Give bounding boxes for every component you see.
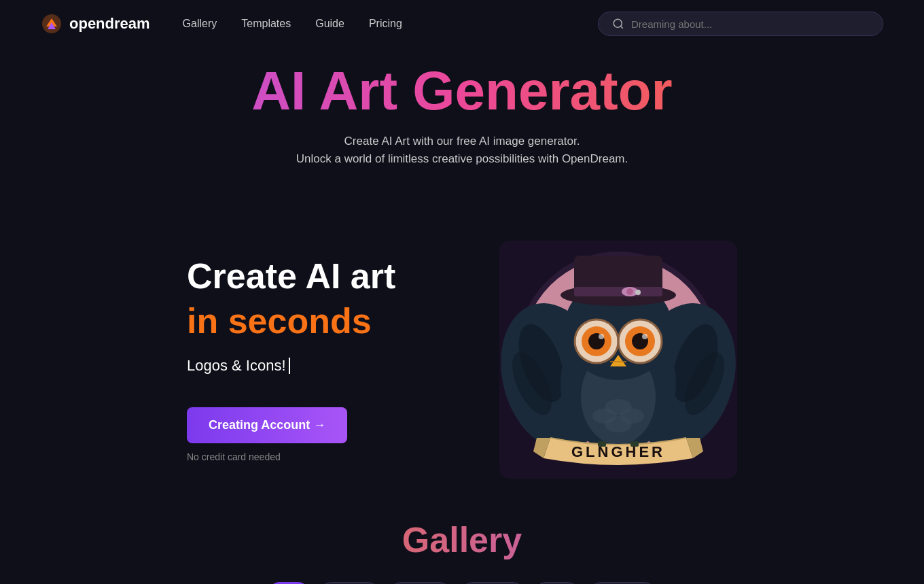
- svg-point-1: [614, 19, 622, 27]
- svg-point-38: [605, 416, 632, 432]
- svg-line-2: [620, 26, 622, 28]
- search-bar[interactable]: [598, 12, 883, 36]
- svg-point-21: [626, 288, 633, 295]
- create-title-line2: in seconds: [187, 302, 445, 341]
- search-input[interactable]: [631, 18, 869, 30]
- left-panel: Create AI art in seconds Logos & Icons! …: [187, 257, 445, 462]
- owl-illustration: GLNGHER: [499, 241, 737, 479]
- search-icon: [612, 18, 624, 30]
- nav-item-pricing[interactable]: Pricing: [369, 18, 402, 30]
- tagline: Logos & Icons!: [187, 357, 445, 375]
- svg-rect-42: [598, 441, 606, 447]
- logo[interactable]: opendream: [41, 13, 150, 35]
- create-title-line1: Create AI art: [187, 257, 445, 296]
- logo-text: opendream: [69, 15, 150, 33]
- right-panel: GLNGHER: [499, 241, 737, 479]
- cta-button[interactable]: Creating Account →: [187, 407, 347, 443]
- svg-text:GLNGHER: GLNGHER: [571, 443, 665, 460]
- hero-subtitle2: Unlock a world of limitless creative pos…: [0, 152, 924, 166]
- svg-rect-43: [630, 441, 639, 447]
- nav-links: Gallery Templates Guide Pricing: [183, 18, 402, 30]
- nav-item-guide[interactable]: Guide: [315, 18, 344, 30]
- cursor-blink: [289, 358, 290, 374]
- hero-section: AI Art Generator Create AI Art with our …: [0, 48, 924, 241]
- gallery-section: Gallery All Logos Anime Animal 3D buildi…: [0, 479, 924, 584]
- hero-subtitle: Create AI Art with our free AI image gen…: [0, 135, 924, 148]
- svg-point-32: [642, 334, 647, 339]
- art-image: GLNGHER: [499, 241, 737, 479]
- hero-title: AI Art Generator: [0, 61, 924, 121]
- nav-item-templates[interactable]: Templates: [241, 18, 291, 30]
- navbar: opendream Gallery Templates Guide Pricin…: [0, 0, 924, 48]
- gallery-title: Gallery: [54, 519, 870, 560]
- svg-point-29: [599, 334, 604, 339]
- nav-left: opendream Gallery Templates Guide Pricin…: [41, 13, 402, 35]
- no-credit-text: No credit card needed: [187, 451, 445, 462]
- main-content: Create AI art in seconds Logos & Icons! …: [0, 241, 924, 479]
- logo-icon: [41, 13, 63, 35]
- nav-item-gallery[interactable]: Gallery: [183, 18, 217, 30]
- svg-rect-19: [574, 287, 662, 296]
- svg-point-22: [635, 290, 641, 295]
